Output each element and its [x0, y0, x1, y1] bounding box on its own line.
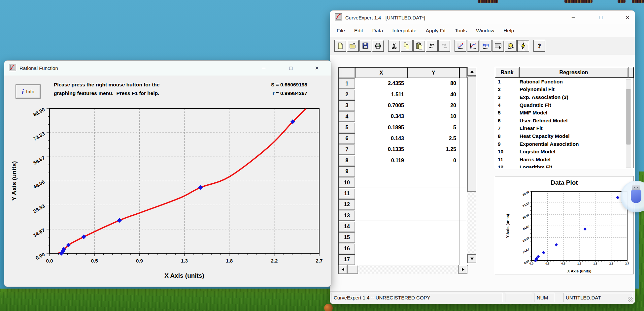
- grid-cell[interactable]: [355, 199, 407, 210]
- grid-cell[interactable]: [459, 133, 467, 144]
- column-header-y[interactable]: Y: [407, 67, 459, 78]
- curvefinder-button[interactable]: [517, 40, 529, 52]
- row-header[interactable]: 1: [339, 78, 355, 89]
- grid-cell[interactable]: [407, 188, 459, 199]
- grid-cell[interactable]: [459, 111, 467, 122]
- maximize-button[interactable]: □: [283, 61, 298, 76]
- row-header[interactable]: 11: [339, 188, 355, 199]
- grid-cell[interactable]: 0.1335: [355, 144, 407, 155]
- grid-cell[interactable]: [459, 177, 467, 188]
- grid-cell[interactable]: 80: [407, 78, 459, 89]
- grid-cell[interactable]: 40: [407, 89, 459, 100]
- grid-cell[interactable]: 0.1895: [355, 122, 407, 133]
- grid-cell[interactable]: [459, 243, 467, 254]
- regression-item[interactable]: 9Exponential Association: [495, 140, 633, 148]
- row-header[interactable]: 12: [339, 199, 355, 210]
- regression-item[interactable]: 2Polynomial Fit: [495, 86, 633, 94]
- grid-cell[interactable]: [459, 254, 467, 265]
- regression-item[interactable]: 6User-Defined Model: [495, 117, 633, 125]
- regression-item[interactable]: 7Linear Fit: [495, 125, 633, 133]
- open-file-button[interactable]: [347, 40, 359, 52]
- row-header[interactable]: 16: [339, 243, 355, 254]
- row-header[interactable]: 13: [339, 210, 355, 221]
- grid-corner[interactable]: [459, 67, 467, 78]
- print-button[interactable]: [372, 40, 384, 52]
- row-header[interactable]: 14: [339, 221, 355, 232]
- grid-cell[interactable]: 0: [407, 155, 459, 166]
- minimize-button[interactable]: ─: [256, 61, 271, 76]
- scroll-left-icon[interactable]: [338, 265, 347, 274]
- grid-corner[interactable]: [339, 67, 355, 78]
- row-header[interactable]: 8: [339, 155, 355, 166]
- grid-cell[interactable]: [355, 210, 407, 221]
- grid-vscrollbar[interactable]: [467, 67, 476, 263]
- grid-cell[interactable]: [459, 188, 467, 199]
- menu-file[interactable]: File: [332, 24, 350, 37]
- grid-cell[interactable]: [459, 199, 467, 210]
- close-button[interactable]: ×: [620, 11, 635, 24]
- grid-cell[interactable]: [407, 254, 459, 265]
- row-header[interactable]: 9: [339, 166, 355, 177]
- plot-title-bar[interactable]: Rational Function ─ □ ×: [4, 61, 331, 76]
- row-header[interactable]: 2: [339, 89, 355, 100]
- copy-button[interactable]: [401, 40, 413, 52]
- grid-cell[interactable]: [355, 177, 407, 188]
- close-button[interactable]: ×: [309, 61, 324, 76]
- grid-cell[interactable]: [355, 254, 407, 265]
- grid-cell[interactable]: [459, 78, 467, 89]
- regression-scroll-thumb[interactable]: [627, 89, 630, 144]
- redo-button[interactable]: [438, 40, 450, 52]
- grid-cell[interactable]: [459, 166, 467, 177]
- grid-cell[interactable]: [407, 177, 459, 188]
- scroll-up-icon[interactable]: [467, 67, 476, 76]
- undo-button[interactable]: [426, 40, 438, 52]
- grid-cell[interactable]: [407, 221, 459, 232]
- help-button[interactable]: ?: [533, 40, 545, 52]
- main-title-bar[interactable]: CurveExpert 1.4 - [UNTITLED.DAT*] ─ □ ×: [330, 11, 635, 24]
- grid-cell[interactable]: [355, 232, 407, 243]
- grid-cell[interactable]: 0.119: [355, 155, 407, 166]
- regression-list[interactable]: 1Rational Function2Polynomial Fit3Exp. A…: [495, 78, 634, 168]
- grid-cell[interactable]: [459, 155, 467, 166]
- curve-fit-button[interactable]: [467, 40, 479, 52]
- interpolate-button[interactable]: [492, 40, 504, 52]
- grid-cell[interactable]: 1.25: [407, 144, 459, 155]
- grid-cell[interactable]: [407, 210, 459, 221]
- regression-item[interactable]: 12Logarithm Fit: [495, 164, 633, 168]
- menu-apply-fit[interactable]: Apply Fit: [421, 24, 450, 37]
- row-header[interactable]: 3: [339, 100, 355, 111]
- grid-cell[interactable]: [355, 243, 407, 254]
- grid-cell[interactable]: [355, 166, 407, 177]
- minimize-button[interactable]: ─: [566, 11, 581, 24]
- regression-item[interactable]: 1Rational Function: [495, 78, 633, 86]
- data-grid[interactable]: XY12.43558021.5114030.70052040.3431050.1…: [338, 67, 468, 265]
- menu-edit[interactable]: Edit: [350, 24, 368, 37]
- regression-header[interactable]: Regression: [519, 67, 628, 78]
- desktop-icon-partial[interactable]: [324, 304, 333, 311]
- new-file-button[interactable]: [334, 40, 346, 52]
- scroll-right-icon[interactable]: [458, 265, 467, 274]
- grid-cell[interactable]: 20: [407, 100, 459, 111]
- grid-cell[interactable]: [459, 122, 467, 133]
- grid-cell[interactable]: [459, 210, 467, 221]
- row-header[interactable]: 5: [339, 122, 355, 133]
- fit-plot-chart[interactable]: 0.00.50.91.31.82.22.70.0014.6729.3344.00…: [4, 100, 331, 286]
- grid-cell[interactable]: [407, 199, 459, 210]
- row-header[interactable]: 10: [339, 177, 355, 188]
- regression-item[interactable]: 11Harris Model: [495, 156, 633, 164]
- grid-cell[interactable]: [459, 232, 467, 243]
- cut-button[interactable]: [388, 40, 400, 52]
- grid-cell[interactable]: 0.343: [355, 111, 407, 122]
- regression-item[interactable]: 8Heat Capacity Model: [495, 132, 633, 140]
- grid-cell[interactable]: [355, 221, 407, 232]
- maximize-button[interactable]: □: [593, 11, 608, 24]
- vscroll-thumb[interactable]: [467, 77, 476, 192]
- grid-cell[interactable]: 2.5: [407, 133, 459, 144]
- linear-fit-button[interactable]: [455, 40, 466, 52]
- regression-item[interactable]: 3Exp. Association (3): [495, 93, 633, 101]
- column-header-x[interactable]: X: [355, 67, 407, 78]
- menu-data[interactable]: Data: [368, 24, 388, 37]
- grid-cell[interactable]: 0.143: [355, 133, 407, 144]
- grid-cell[interactable]: [459, 221, 467, 232]
- regression-scrollbar[interactable]: [626, 79, 631, 168]
